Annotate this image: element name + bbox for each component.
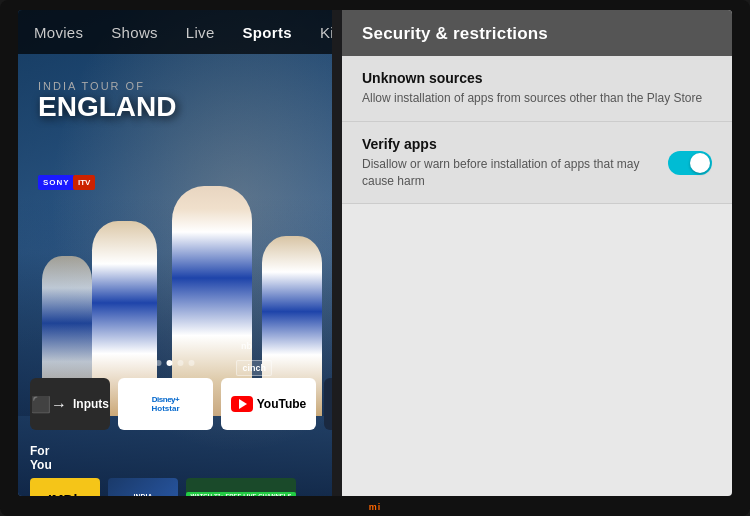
app-disney-hotstar[interactable]: Disney+ Hotstar — [118, 378, 213, 430]
hero-text: INDIA TOUR OF ENGLAND — [38, 80, 176, 123]
dot-1 — [156, 360, 162, 366]
imdb-text: IMDb — [48, 492, 82, 496]
app-prime-video[interactable]: prime video — [324, 378, 332, 430]
toggle-thumb — [690, 153, 710, 173]
brand-cinch: cinch — [236, 360, 272, 376]
verify-apps-desc: Disallow or warn before installation of … — [362, 156, 652, 190]
hero-area: Movies Shows Live Sports Kids Mus INDIA … — [18, 10, 332, 496]
nav-item-live[interactable]: Live — [186, 24, 215, 41]
nav-item-kids[interactable]: Kids — [320, 24, 332, 41]
nav-bar: Movies Shows Live Sports Kids Mus — [18, 10, 332, 54]
disney-text: Disney+ — [152, 395, 179, 404]
verify-apps-name: Verify apps — [362, 136, 652, 152]
hotstar-text: Hotstar — [151, 404, 179, 413]
verify-apps-toggle[interactable] — [668, 151, 712, 175]
inputs-label: Inputs — [73, 397, 109, 411]
imdb-tile[interactable]: IMDb — [30, 478, 100, 496]
xiaomi-logo: mi — [369, 502, 382, 512]
india-top-tile[interactable]: INDIA TOP 100 — [108, 478, 178, 496]
brand-nb: nb — [241, 341, 252, 351]
live-channels-tile[interactable]: WATCH 77+ FREE LIVE CHANNELS NEWS | MOVI… — [186, 478, 296, 496]
india-line1: INDIA — [133, 493, 152, 496]
inputs-icon: ⬛→ — [31, 395, 67, 414]
app-inputs[interactable]: ⬛→ Inputs — [30, 378, 110, 430]
panel-body: Unknown sources Allow installation of ap… — [342, 56, 732, 204]
nav-item-movies[interactable]: Movies — [34, 24, 83, 41]
panel-header: Security & restrictions — [342, 10, 732, 56]
youtube-icon — [231, 396, 253, 412]
tv-screen: Movies Shows Live Sports Kids Mus INDIA … — [18, 10, 732, 496]
youtube-play-icon — [239, 399, 247, 409]
app-youtube[interactable]: YouTube — [221, 378, 316, 430]
dot-3 — [178, 360, 184, 366]
unknown-sources-item[interactable]: Unknown sources Allow installation of ap… — [342, 56, 732, 122]
players-area — [18, 156, 332, 416]
unknown-sources-name: Unknown sources — [362, 70, 712, 86]
nav-item-shows[interactable]: Shows — [111, 24, 158, 41]
dot-2 — [167, 360, 173, 366]
dot-4 — [189, 360, 195, 366]
unknown-sources-desc: Allow installation of apps from sources … — [362, 90, 712, 107]
security-panel: Security & restrictions Unknown sources … — [342, 10, 732, 496]
panel-title: Security & restrictions — [362, 24, 712, 44]
tv-bezel: Movies Shows Live Sports Kids Mus INDIA … — [0, 0, 750, 516]
for-you-section: For You IMDb INDIA TOP 100 WATCH 77+ FRE… — [18, 438, 42, 496]
verify-apps-content: Verify apps Disallow or warn before inst… — [362, 136, 652, 190]
hero-title: ENGLAND — [38, 92, 176, 123]
nav-item-sports[interactable]: Sports — [243, 24, 292, 41]
live-badge: WATCH 77+ FREE LIVE CHANNELS — [186, 492, 295, 496]
app-row: ⬛→ Inputs Disney+ Hotstar YouTube prime … — [18, 372, 42, 436]
youtube-label: YouTube — [257, 397, 307, 411]
progress-dots — [156, 360, 195, 366]
verify-apps-item[interactable]: Verify apps Disallow or warn before inst… — [342, 122, 732, 205]
